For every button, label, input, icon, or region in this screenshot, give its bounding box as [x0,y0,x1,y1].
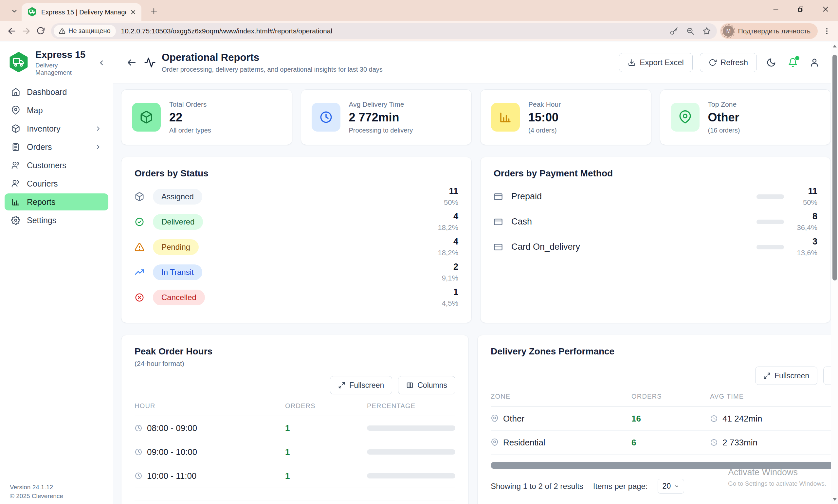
avg-time-cell: 2 733min [723,437,757,448]
bookmark-star-icon[interactable] [702,27,711,35]
table-row[interactable]: 10:00 - 11:00 1 [135,464,455,488]
percentage-bar [367,473,455,479]
header-actions: Export Excel Refresh [619,53,822,72]
reload-button[interactable] [33,24,48,38]
items-per-page-select[interactable]: 20 [658,479,684,493]
hour-cell: 10:00 - 11:00 [147,471,196,481]
forward-button[interactable] [19,24,33,38]
sidebar-item-label: Couriers [27,179,58,188]
app-logo-truck-icon [7,51,30,74]
scroll-up-icon[interactable] [833,44,837,48]
status-count: 4 [453,237,458,247]
profile-button[interactable] [807,55,822,70]
column-header[interactable]: ORDERS [285,402,367,410]
sidebar-item-reports[interactable]: Reports [4,194,108,211]
back-arrow-icon[interactable] [126,57,137,68]
sidebar-item-map[interactable]: Map [4,102,108,119]
window-controls [763,0,838,18]
status-count: 4 [453,212,458,221]
browser-menu-button[interactable] [820,24,834,38]
scrollbar-thumb[interactable] [833,55,837,281]
status-pct: 18,2% [438,249,458,257]
table-row[interactable]: 09:00 - 10:00 1 [135,440,455,464]
table-row[interactable]: Other 16 41 242min 6,7% [491,407,831,431]
url-text: 10.2.0.75:10503/oxgg5z6x9oqm/www/index.h… [121,27,665,35]
trending-up-icon [135,267,144,277]
clock-icon [710,438,718,446]
sidebar-item-dashboard[interactable]: Dashboard [4,84,108,101]
app-version: Version 24.1.12 [10,483,63,492]
window-close-button[interactable] [813,0,838,18]
main-content: Operational Reports Order processing, de… [113,41,831,504]
fullscreen-button[interactable]: Fullscreen [755,366,817,385]
back-button[interactable] [4,24,19,38]
scroll-down-icon[interactable] [833,498,837,501]
window-restore-button[interactable] [788,0,813,18]
sidebar-collapse-button[interactable] [98,59,106,67]
panel-title: Orders by Status [135,168,458,179]
column-header[interactable]: HOUR [135,402,285,410]
sidebar-item-customers[interactable]: Customers [4,157,108,174]
dark-mode-toggle[interactable] [764,55,779,70]
moon-icon [766,58,776,68]
sidebar-item-label: Settings [27,216,56,225]
sidebar-item-couriers[interactable]: Couriers [4,175,108,192]
payment-pct: 50% [790,198,817,207]
sidebar-item-orders[interactable]: Orders [4,139,108,156]
chevron-down-icon [11,7,18,15]
notifications-button[interactable] [786,55,800,70]
stat-label: Total Orders [169,101,211,108]
map-pin-icon [491,415,499,422]
activity-icon [144,57,156,68]
status-rows: Assigned 1150% Delivered 418,2% Pending [135,184,458,310]
status-count: 1 [453,287,458,297]
zoom-icon[interactable] [686,27,695,35]
fullscreen-button[interactable]: Fullscreen [330,376,392,394]
identity-label: Подтвердить личность [738,27,810,35]
results-summary: Showing 1 to 2 of 2 results [491,482,583,491]
status-row: In Transit 29,1% [135,259,458,285]
new-tab-button[interactable] [148,5,160,17]
column-header[interactable]: ORDERS [631,393,710,400]
alert-triangle-icon [135,242,144,252]
horizontal-scrollbar[interactable] [491,462,831,469]
package-icon [11,124,20,133]
columns-button[interactable]: Columns [823,366,831,385]
page-subtitle: Order processing, delivery patterns, and… [162,66,383,73]
peak-order-hours-panel: Peak Order Hours (24-hour format) Fullsc… [121,335,469,504]
identity-button[interactable]: M Подтвердить личность [720,23,818,39]
clock-icon [135,424,142,432]
payment-pct: 13,6% [790,249,817,257]
columns-button[interactable]: Columns [398,376,455,394]
orders-cell: 1 [285,423,367,433]
package-icon [135,192,144,202]
address-bar-icons [670,27,711,35]
key-icon[interactable] [670,27,678,35]
column-header[interactable]: PERCENTAGE [367,402,455,410]
zone-cell: Other [503,414,524,424]
table-row[interactable]: 08:00 - 09:00 1 [135,416,455,440]
security-label: Не защищено [68,27,111,35]
sidebar-item-settings[interactable]: Settings [4,212,108,229]
sidebar-item-inventory[interactable]: Inventory [4,120,108,137]
status-row: Delivered 418,2% [135,209,458,234]
column-header[interactable]: ZONE [491,393,631,400]
stat-label: Top Zone [708,101,740,108]
security-chip[interactable]: Не защищено [54,25,116,37]
table-row[interactable]: Residential 6 2 733min 101,4% [491,431,831,454]
export-excel-button[interactable]: Export Excel [619,53,693,72]
users-icon [11,179,20,188]
orders-cell: 1 [285,471,367,481]
table-header-row: HOUR ORDERS PERCENTAGE [135,402,455,416]
tab-close-icon[interactable] [130,9,136,15]
refresh-button[interactable]: Refresh [700,53,757,72]
payment-row: Card On_delivery 313,6% [494,234,817,259]
address-bar[interactable]: Не защищено 10.2.0.75:10503/oxgg5z6x9oqm… [51,23,717,39]
page-title: Operational Reports [162,52,383,64]
browser-tab[interactable]: Express 15 | Delivery Management [22,3,141,21]
vertical-scrollbar[interactable] [831,41,838,504]
sidebar-footer: Version 24.1.12 © 2025 Cleverence [10,483,63,501]
column-header[interactable]: AVG TIME [710,393,831,400]
tab-search-button[interactable] [8,5,20,17]
window-minimize-button[interactable] [763,0,788,18]
